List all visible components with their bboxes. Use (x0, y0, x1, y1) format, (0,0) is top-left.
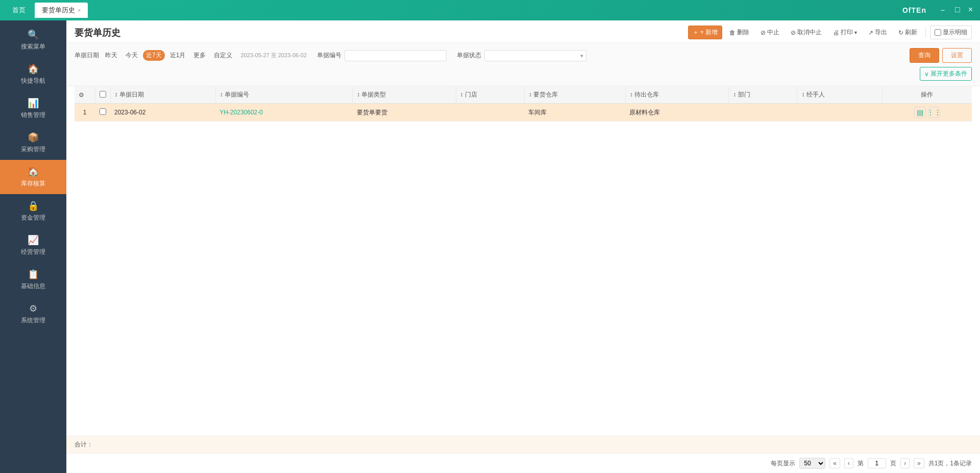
next-page-button[interactable]: › (900, 458, 910, 468)
tab-home[interactable]: 首页 (5, 3, 33, 18)
new-button[interactable]: ＋ + 新增 (688, 26, 722, 39)
row-view-icon[interactable]: ▤ (914, 107, 925, 118)
operations-icon: 📈 (28, 234, 39, 246)
table-footer: 合计： (66, 436, 980, 453)
row-more-icon[interactable]: ⋮⋮ (928, 107, 940, 118)
expand-conditions-button[interactable]: ∨ 展开更多条件 (920, 67, 972, 81)
brand-label: OfTEn (902, 6, 926, 14)
inventory-icon: 🏠 (28, 166, 39, 177)
select-all-checkbox[interactable] (100, 91, 106, 98)
minimize-button[interactable]: － (937, 5, 949, 16)
pagination-summary: 共1页，1条记录 (928, 459, 972, 468)
display-cell-checkbox[interactable] (935, 29, 941, 36)
prev-page-button[interactable]: ‹ (844, 458, 853, 468)
page-suffix: 页 (890, 459, 896, 468)
tab-requisition-history[interactable]: 要货单历史 × (35, 3, 88, 18)
cancel-stop-button[interactable]: ⊘ 取消中止 (787, 26, 826, 39)
sidebar-item-operations-label: 经营管理 (21, 248, 45, 256)
row-num: 1 (75, 104, 95, 122)
sidebar-item-inventory-label: 库存核算 (21, 179, 45, 188)
data-table: ⚙ ↕ 单据日期 ↕ 单据编号 (75, 86, 972, 122)
date-7days-btn[interactable]: 近7天 (143, 50, 165, 61)
row-actions: ▤ ⋮⋮ (882, 104, 972, 122)
close-button[interactable]: × (966, 5, 975, 16)
sidebar-item-finance-label: 资金管理 (21, 214, 45, 222)
table-body: 1 2023-06-02 YH-20230602-0 要货单要货 车间库 原材料… (75, 104, 972, 122)
sidebar-item-search-menu[interactable]: 🔍 搜索菜单 (0, 23, 66, 57)
date-filter-label: 单据日期 (75, 51, 99, 60)
date-yesterday-btn[interactable]: 昨天 (102, 50, 120, 61)
table-settings-icon[interactable]: ⚙ (79, 91, 84, 99)
export-icon: ↗ (868, 29, 873, 36)
date-1month-btn[interactable]: 近1月 (167, 50, 189, 61)
docno-filter-input[interactable] (345, 50, 447, 61)
maximize-button[interactable]: □ (953, 5, 962, 16)
search-menu-icon: 🔍 (28, 29, 39, 40)
pagination-bar: 每页显示 50 20 100 200 « ‹ 第 页 › » 共1页，1条记录 (66, 453, 980, 473)
sidebar-item-system-label: 系统管理 (21, 316, 45, 325)
sidebar-item-finance[interactable]: 🔒 资金管理 (0, 194, 66, 228)
last-page-button[interactable]: » (914, 458, 924, 468)
print-dropdown-icon: ▾ (854, 30, 857, 35)
col-checkbox (95, 86, 110, 104)
col-settings[interactable]: ⚙ (75, 86, 95, 104)
page-title: 要货单历史 (75, 27, 120, 39)
filter-row-1: 单据日期 昨天 今天 近7天 近1月 更多 自定义 2023-05-27 至 2… (75, 48, 972, 63)
new-icon: ＋ (693, 28, 699, 37)
sidebar-item-sales[interactable]: 📊 销售管理 (0, 91, 66, 126)
row-checkbox[interactable] (100, 108, 106, 115)
date-range-text: 2023-05-27 至 2023-06-02 (240, 52, 307, 59)
date-custom-btn[interactable]: 自定义 (211, 50, 235, 61)
sidebar-item-inventory[interactable]: 🏠 库存核算 (0, 160, 66, 194)
top-bar-right: OfTEn － □ × (902, 5, 975, 16)
page-input[interactable] (868, 458, 886, 468)
content-area: 要货单历史 ＋ + 新增 🗑 删除 ⊘ 中止 ⊘ 取消中止 (66, 20, 980, 473)
row-docno-link[interactable]: YH-20230602-0 (219, 109, 263, 116)
close-tab-icon[interactable]: × (78, 7, 81, 13)
system-icon: ⚙ (29, 303, 37, 314)
refresh-button[interactable]: ↻ 刷新 (894, 26, 921, 39)
row-req-warehouse: 车间库 (524, 104, 625, 122)
settings-button[interactable]: 设置 (942, 48, 972, 63)
page-label: 第 (857, 459, 864, 468)
sidebar-item-system[interactable]: ⚙ 系统管理 (0, 297, 66, 331)
tab-requisition-history-label: 要货单历史 (42, 6, 75, 15)
expand-row: ∨ 展开更多条件 (75, 67, 972, 81)
date-today-btn[interactable]: 今天 (122, 50, 141, 61)
sidebar-item-basic-info[interactable]: 📋 基础信息 (0, 263, 66, 297)
row-doctype: 要货单要货 (353, 104, 456, 122)
row-checkbox-cell (95, 104, 110, 122)
print-button[interactable]: 🖨 打印 ▾ (829, 26, 861, 39)
display-cell-button[interactable]: 显示明细 (930, 26, 972, 39)
top-bar: 首页 要货单历史 × OfTEn － □ × (0, 0, 980, 20)
sidebar-item-purchase[interactable]: 📦 采购管理 (0, 126, 66, 160)
sidebar-item-quick-nav[interactable]: 🏠 快捷导航 (0, 57, 66, 91)
action-icons: ▤ ⋮⋮ (886, 107, 968, 118)
col-doctype: ↕ 单据类型 (353, 86, 456, 104)
sales-icon: 📊 (28, 98, 39, 109)
sidebar-item-basic-info-label: 基础信息 (21, 282, 45, 291)
window-controls: － □ × (937, 5, 975, 16)
docno-filter-group: 单据编号 (317, 50, 447, 61)
col-store: ↕ 门店 (456, 86, 524, 104)
status-filter-select[interactable] (484, 50, 586, 61)
export-button[interactable]: ↗ 导出 (864, 26, 891, 39)
delete-button[interactable]: 🗑 删除 (725, 26, 753, 39)
sidebar-item-operations[interactable]: 📈 经营管理 (0, 228, 66, 263)
stop-button[interactable]: ⊘ 中止 (756, 26, 783, 39)
toolbar-divider (925, 28, 926, 38)
filter-action-buttons: 查询 设置 (910, 48, 972, 63)
query-button[interactable]: 查询 (910, 48, 939, 63)
quick-nav-icon: 🏠 (28, 63, 39, 75)
col-date: ↕ 单据日期 (110, 86, 215, 104)
per-page-select[interactable]: 50 20 100 200 (799, 458, 825, 469)
date-shortcuts: 昨天 今天 近7天 近1月 更多 自定义 (102, 50, 235, 61)
docno-filter-label: 单据编号 (317, 51, 341, 60)
date-more-btn[interactable]: 更多 (190, 50, 209, 61)
toolbar: ＋ + 新增 🗑 删除 ⊘ 中止 ⊘ 取消中止 🖨 打印 (688, 26, 972, 39)
sidebar-item-sales-label: 销售管理 (21, 111, 45, 120)
first-page-button[interactable]: « (829, 458, 840, 468)
purchase-icon: 📦 (28, 132, 39, 143)
col-handler: ↕ 经手人 (797, 86, 882, 104)
expand-icon: ∨ (924, 70, 929, 78)
